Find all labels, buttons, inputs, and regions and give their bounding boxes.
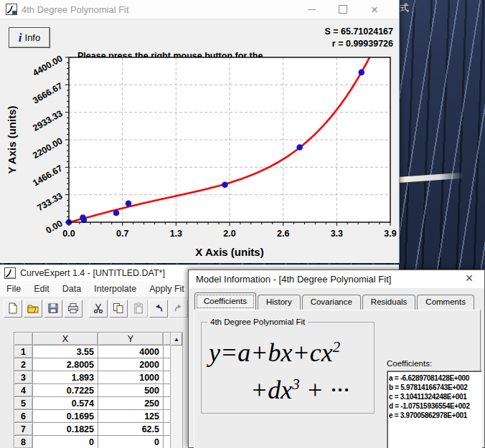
- menu-apply-fit[interactable]: Apply Fit: [143, 284, 191, 294]
- close-button[interactable]: ×: [359, 0, 390, 19]
- row-number[interactable]: 3: [14, 371, 33, 384]
- toolbar-separator: [83, 300, 88, 317]
- table-row: 13.554000: [14, 345, 172, 358]
- maximize-icon: [339, 5, 347, 14]
- svg-text:2933.33: 2933.33: [31, 108, 64, 133]
- plot-area[interactable]: 0.00.71.32.02.63.33.90.00733.331466.6722…: [0, 52, 399, 264]
- scroll-up-icon: ▲: [174, 336, 179, 343]
- cell-y[interactable]: 4000: [98, 345, 164, 358]
- table-row: 22.80052000: [14, 358, 172, 371]
- coefficient-line[interactable]: d = -1.07515936554E+002: [389, 401, 480, 411]
- menu-data[interactable]: Data: [56, 284, 88, 294]
- redo-icon: [173, 302, 184, 314]
- svg-text:1466.67: 1466.67: [31, 163, 64, 189]
- svg-text:2.6: 2.6: [277, 229, 289, 239]
- print-icon: [67, 302, 79, 314]
- curveexpert-title: CurveExpert 1.4 - [UNTITLED.DAT*]: [20, 268, 165, 278]
- model-groupbox: 4th Degree Polynomial Fit y=a+bx+cx2 +dx…: [201, 322, 375, 414]
- stat-correlation: r = 0.99939726: [324, 38, 393, 50]
- svg-text:4400.00: 4400.00: [31, 53, 64, 78]
- copy-icon: [113, 302, 124, 314]
- coefficient-line[interactable]: c = 3.10411324248E+001: [389, 392, 480, 401]
- redo-button[interactable]: [169, 300, 188, 318]
- cell-y[interactable]: 2000: [98, 358, 164, 371]
- info-icon: i: [19, 31, 22, 45]
- row-number[interactable]: 6: [14, 410, 33, 423]
- copy-button[interactable]: [109, 300, 128, 318]
- new-button[interactable]: [4, 300, 22, 318]
- menu-edit[interactable]: Edit: [27, 284, 56, 294]
- cell-y[interactable]: 1000: [98, 371, 164, 384]
- row-number[interactable]: 8: [14, 436, 33, 448]
- tab-coefficients[interactable]: Coefficients: [194, 292, 256, 310]
- maximize-button[interactable]: [327, 0, 359, 19]
- menu-file[interactable]: File: [0, 284, 27, 294]
- svg-text:0.00: 0.00: [44, 218, 64, 235]
- column-header-x[interactable]: X: [33, 333, 98, 345]
- desktop-icon-label: 式: [400, 1, 409, 14]
- cell-x[interactable]: 0.574: [33, 397, 98, 410]
- save-button[interactable]: [44, 300, 62, 318]
- corner-cell[interactable]: [14, 333, 33, 345]
- dialog-titlebar[interactable]: Model Information - [4th Degree Polynomi…: [189, 270, 484, 288]
- cell-y[interactable]: 250: [98, 397, 164, 410]
- paste-button[interactable]: [129, 300, 148, 318]
- cell-x[interactable]: 2.8005: [33, 358, 98, 371]
- undo-button[interactable]: [149, 300, 168, 318]
- svg-text:2200.00: 2200.00: [31, 135, 64, 161]
- coefficient-line[interactable]: e = 3.97005862978E+001: [389, 411, 480, 420]
- close-icon: ×: [371, 4, 378, 16]
- row-number[interactable]: 5: [14, 397, 33, 410]
- cell-x[interactable]: 0: [33, 436, 98, 448]
- fit-statistics: S = 65.71024167 r = 0.99939726: [324, 26, 393, 50]
- cell-x[interactable]: 0.7225: [33, 384, 98, 397]
- cell-y[interactable]: 62.5: [98, 423, 164, 436]
- stat-standard-error: S = 65.71024167: [324, 26, 393, 38]
- tab-history[interactable]: History: [258, 295, 301, 310]
- graph-window-title: 4th Degree Polynomial Fit: [22, 4, 129, 15]
- info-button[interactable]: i Info: [9, 27, 50, 48]
- cut-button[interactable]: [89, 300, 108, 318]
- model-info-dialog: Model Information - [4th Degree Polynomi…: [188, 270, 485, 448]
- coefficient-line[interactable]: a = -6.62897081428E+000: [389, 373, 480, 383]
- paste-icon: [133, 302, 144, 314]
- cell-x[interactable]: 3.55: [33, 345, 98, 358]
- tab-panel: 4th Degree Polynomial Fit y=a+bx+cx2 +dx…: [194, 310, 481, 448]
- table-row: 31.8931000: [14, 371, 172, 384]
- tab-comments[interactable]: Comments: [417, 295, 474, 310]
- screen: 式 4th Degree Polynomial Fit × i Info Ple…: [0, 0, 485, 448]
- cell-x[interactable]: 1.893: [33, 371, 98, 384]
- coefficients-listbox[interactable]: a = -6.62897081428E+000b = 5.97814166743…: [387, 371, 482, 448]
- wallpaper-light-streak: [395, 173, 463, 184]
- scroll-up-button[interactable]: ▲: [171, 333, 182, 345]
- coefficient-line[interactable]: b = 5.97814166743E+002: [389, 383, 480, 392]
- tab-covariance[interactable]: Covariance: [302, 295, 361, 310]
- data-grid: XY13.55400022.8005200031.893100040.72255…: [14, 332, 172, 448]
- table-scrollbar[interactable]: ▲: [170, 332, 183, 448]
- svg-text:2.0: 2.0: [223, 229, 235, 239]
- row-number[interactable]: 2: [14, 358, 33, 371]
- minimize-button[interactable]: [296, 0, 327, 19]
- graph-window-titlebar[interactable]: 4th Degree Polynomial Fit ×: [0, 0, 399, 19]
- model-groupbox-title: 4th Degree Polynomial Fit: [207, 318, 308, 326]
- cell-y[interactable]: 0: [98, 436, 164, 448]
- cell-x[interactable]: 0.1825: [33, 423, 98, 436]
- coefficients-label: Coefficients:: [387, 359, 432, 368]
- table-row: 60.1695125: [14, 410, 172, 423]
- dialog-title: Model Information - [4th Degree Polynomi…: [196, 274, 391, 285]
- open-button[interactable]: [24, 300, 42, 318]
- column-header-y[interactable]: Y: [98, 333, 164, 345]
- menu-interpolate[interactable]: Interpolate: [88, 284, 143, 294]
- new-icon: [7, 302, 19, 314]
- cell-y[interactable]: 125: [98, 410, 164, 423]
- row-number[interactable]: 4: [14, 384, 33, 397]
- cell-x[interactable]: 0.1695: [33, 410, 98, 423]
- cell-y[interactable]: 500: [98, 384, 164, 397]
- dialog-close-button[interactable]: ×: [461, 271, 477, 286]
- tab-residuals[interactable]: Residuals: [362, 295, 416, 310]
- svg-text:3.3: 3.3: [331, 229, 343, 239]
- svg-text:X Axis (units): X Axis (units): [195, 246, 263, 258]
- row-number[interactable]: 7: [14, 423, 33, 436]
- row-number[interactable]: 1: [14, 345, 33, 358]
- print-button[interactable]: [64, 300, 83, 318]
